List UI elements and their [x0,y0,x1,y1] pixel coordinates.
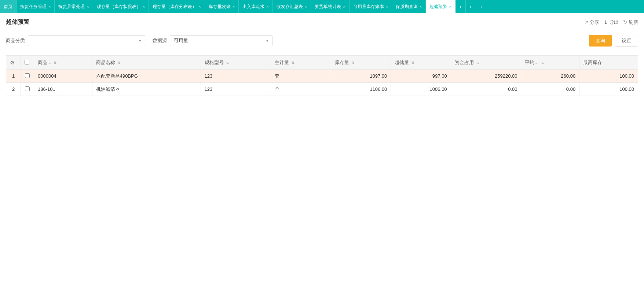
sort-icon: ⇅ [292,61,294,65]
sort-icon: ⇅ [226,61,229,65]
category-label: 商品分类 [6,37,25,44]
table-row: 1 0000004 六配套新昌490BPG 123 套 1097.00 997.… [6,70,638,83]
nav-more-button[interactable]: › [476,0,486,13]
category-filter-group: 商品分类 ▾ [6,35,145,46]
nav-bar: 首页 拣货任务管理 × 拣货异常处理 × 现存量（库存状况表） × 现存量（库存… [0,0,644,13]
close-icon[interactable]: × [420,4,422,9]
max-stock-cell: 100.00 [579,83,638,96]
query-button[interactable]: 查询 [589,35,612,47]
col-stock[interactable]: 库存量 ⇅ [331,56,391,70]
datasource-filter-group: 数据源 可用量 ▾ [153,35,272,46]
settings-header: ⚙ [6,56,21,70]
product-name-cell: 机油滤清器 [92,83,201,96]
refresh-button[interactable]: ↻ 刷新 [623,19,638,26]
nav-item-order-stats[interactable]: 要货单统计表 × [311,0,349,13]
close-icon[interactable]: × [48,4,51,9]
gear-icon[interactable]: ⚙ [10,60,15,66]
export-button[interactable]: ⤓ 导出 [604,19,619,26]
col-product-code[interactable]: 商品... ⇅ [34,56,92,70]
nav-item-home[interactable]: 首页 [0,0,17,13]
chevron-down-icon: ▾ [266,38,268,43]
product-code-cell: 186-10... [34,83,92,96]
unit-cell: 个 [271,83,331,96]
sort-icon: ⇅ [351,61,354,65]
close-icon[interactable]: × [143,4,145,9]
avg-cell: 260.00 [521,70,579,83]
page-header: 超储预警 ↗ 分享 ⤓ 导出 ↻ 刷新 [6,18,638,26]
overstock-cell: 997.00 [391,70,451,83]
spec-cell: 123 [201,70,271,83]
nav-item-quality-check[interactable]: 保质期查询 × [392,0,426,13]
settings-button[interactable]: 设置 [615,35,638,47]
category-select[interactable]: ▾ [28,35,145,46]
nav-item-available-ledger[interactable]: 可用量库存账本 × [350,0,392,13]
table-row: 2 186-10... 机油滤清器 123 个 1106.00 1006.00 … [6,83,638,96]
close-icon[interactable]: × [386,4,388,9]
overstock-cell: 1006.00 [391,83,451,96]
close-icon[interactable]: × [449,4,451,9]
avg-cell: 0.00 [521,83,579,96]
product-name-cell: 六配套新昌490BPG [92,70,201,83]
product-code-cell: 0000004 [34,70,92,83]
close-icon[interactable]: × [233,4,235,9]
row-checkbox-cell [21,70,34,83]
page-title: 超储预警 [6,18,29,26]
row-number: 1 [6,70,21,83]
sort-icon: ⇅ [541,61,544,65]
col-overstock[interactable]: 超储量 ⇅ [391,56,451,70]
close-icon[interactable]: × [87,4,89,9]
close-icon[interactable]: × [343,4,345,9]
table-header-row: ⚙ 商品... ⇅ 商品名称 ⇅ 规格型号 ⇅ 主计量 [6,56,638,70]
sort-icon: ⇅ [117,61,120,65]
row-checkbox-cell [21,83,34,96]
refresh-icon: ↻ [623,19,627,25]
sort-icon: ⇅ [54,61,56,65]
close-icon[interactable]: × [198,4,201,9]
nav-item-overstock-warning[interactable]: 超储预警 × [426,0,455,13]
nav-item-task-mgmt[interactable]: 拣货任务管理 × [17,0,55,13]
col-max-stock[interactable]: 最高库存 [579,56,638,70]
nav-item-inout-flow[interactable]: 出入库流水 × [239,0,272,13]
filter-row: 商品分类 ▾ 数据源 可用量 ▾ 查询 设置 [6,31,638,50]
datasource-value: 可用量 [174,37,188,44]
stock-cell: 1106.00 [331,83,391,96]
row-checkbox[interactable] [25,86,30,91]
col-capital[interactable]: 资金占用 ⇅ [451,56,521,70]
chevron-down-icon: ▾ [139,38,141,43]
capital-cell: 259220.00 [451,70,521,83]
select-all-checkbox[interactable] [25,60,29,64]
close-icon[interactable]: × [266,4,268,9]
datasource-select[interactable]: 可用量 ▾ [170,35,272,46]
sort-icon: ⇅ [476,61,479,65]
max-stock-cell: 100.00 [579,70,638,83]
row-checkbox[interactable] [25,73,30,78]
export-icon: ⤓ [604,19,608,25]
nav-item-inventory-dist[interactable]: 现存量（库存分布表） × [149,0,205,13]
data-table: ⚙ 商品... ⇅ 商品名称 ⇅ 规格型号 ⇅ 主计量 [6,55,638,96]
share-button[interactable]: ↗ 分享 [584,19,599,26]
row-number: 2 [6,83,21,96]
stock-cell: 1097.00 [331,70,391,83]
col-product-name[interactable]: 商品名称 ⇅ [92,56,201,70]
sort-icon: ⇅ [411,61,414,65]
close-icon[interactable]: × [305,4,307,9]
nav-next-button[interactable]: › [466,0,476,13]
nav-prev-button[interactable]: ‹ [455,0,466,13]
checkbox-header [21,56,34,70]
datasource-label: 数据源 [153,37,167,44]
share-icon: ↗ [584,19,588,25]
spec-cell: 123 [201,83,271,96]
filter-actions: 查询 设置 [589,35,638,47]
unit-cell: 套 [271,70,331,83]
col-spec[interactable]: 规格型号 ⇅ [201,56,271,70]
nav-item-inventory-status[interactable]: 现存量（库存状况表） × [93,0,149,13]
nav-item-abnormal[interactable]: 拣货异常处理 × [55,0,93,13]
col-unit[interactable]: 主计量 ⇅ [271,56,331,70]
nav-item-receive-send[interactable]: 收发存汇总表 × [273,0,311,13]
header-actions: ↗ 分享 ⤓ 导出 ↻ 刷新 [584,19,638,26]
nav-item-inventory-batch[interactable]: 库存批次账 × [205,0,239,13]
col-avg[interactable]: 平均... ⇅ [521,56,579,70]
page-content: 超储预警 ↗ 分享 ⤓ 导出 ↻ 刷新 商品分类 ▾ 数据源 [0,13,644,101]
capital-cell: 0.00 [451,83,521,96]
